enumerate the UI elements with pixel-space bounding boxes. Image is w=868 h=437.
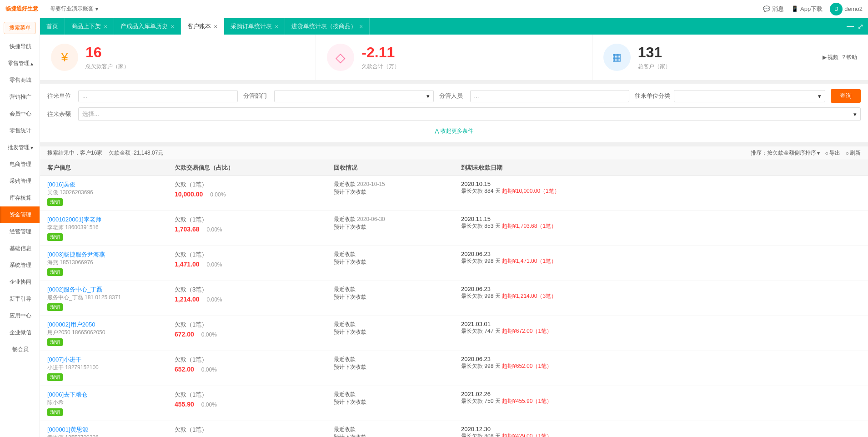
overdue-link[interactable]: 超期¥455.90（1笔） (502, 398, 552, 404)
sort-label[interactable]: 排序：按欠款金额倒序排序 ▾ (751, 149, 820, 157)
overdue-days: 最长欠款 808 天 超期¥429.00（1笔） (461, 432, 861, 437)
search-button[interactable]: 查询 (831, 89, 861, 103)
stat-label-debt-amount: 欠款合计（万） (361, 63, 400, 70)
table-row: [000001]黄思源 黄思源 13552700226 现销 欠款（1笔） 42… (40, 421, 868, 437)
customer-tag: 现销 (47, 303, 63, 311)
collapse-btn[interactable]: ⋀ 收起更多条件 (47, 126, 861, 137)
overdue-date: 2020.06.23 (461, 286, 861, 292)
tab-product-shelf[interactable]: 商品上下架 ✕ (65, 18, 114, 35)
app-icon: 📱 (791, 5, 798, 12)
help-btn[interactable]: ? 帮助 (842, 54, 857, 61)
sidebar-item-operations[interactable]: 经营管理 (0, 223, 40, 240)
sidebar-item-member[interactable]: 会员中心 (0, 105, 40, 122)
customer-name[interactable]: [000002]用户2050 (47, 321, 175, 329)
tab-purchase-order[interactable]: 采购订单统计表 ✕ (224, 18, 285, 35)
filter-row-2: 往来余额 选择... ▾ (47, 107, 861, 121)
tab-import-stats[interactable]: 进货单统计表（按商品） ✕ (285, 18, 370, 35)
sidebar-item-quick-nav[interactable]: 快捷导航 (0, 38, 40, 55)
recovery-cell: 最近收款 预计下次收款 (334, 356, 461, 371)
message-icon: 💬 (763, 5, 770, 12)
overdue-link[interactable]: 超期¥652.00（1笔） (502, 363, 552, 369)
tab-close-import-stats[interactable]: ✕ (359, 24, 363, 29)
sidebar-item-retail-stats[interactable]: 零售统计 (0, 122, 40, 139)
overdue-date: 2020.10.15 (461, 181, 861, 187)
customer-phone: 海燕 18513066976 (47, 259, 175, 266)
debt-cell: 欠款（3笔） 1,214.00 0.00% (175, 286, 334, 303)
sidebar-item-app-center[interactable]: 应用中心 (0, 307, 40, 324)
tab-product-history[interactable]: 产成品入库单历史 ✕ (114, 18, 181, 35)
content-area: ¥ 16 总欠款客户（家） ◇ -2.11 欠款合计（万） (40, 35, 868, 437)
col-header-recovery: 回收情况 (334, 164, 461, 172)
sidebar-item-purchase[interactable]: 采购管理 (0, 173, 40, 190)
overdue-date: 2021.02.26 (461, 391, 861, 397)
customer-name[interactable]: [0006]去下粮仓 (47, 391, 175, 399)
tab-close-purchase-order[interactable]: ✕ (275, 24, 278, 29)
debt-cell: 欠款（1笔） 672.00 0.00% (175, 321, 334, 338)
from-unit-input[interactable]: ... (78, 90, 238, 102)
customer-name[interactable]: [0002]服务中心_丁磊 (47, 286, 175, 294)
user-avatar[interactable]: D demo2 (830, 3, 863, 15)
sidebar-item-base-info[interactable]: 基础信息 (0, 240, 40, 257)
stat-icon-debt: ¥ (51, 44, 78, 71)
sidebar-item-marketing[interactable]: 营销推广 (0, 89, 40, 105)
filter-label-from-unit: 往来单位 (47, 92, 75, 100)
video-btn[interactable]: ▶ 视频 (823, 54, 838, 61)
tab-home[interactable]: 首页 (40, 18, 65, 35)
sidebar-item-retail-mall[interactable]: 零售商城 (0, 72, 40, 89)
sidebar-item-member-vip[interactable]: 畅会员 (0, 341, 40, 358)
sidebar-item-batch-mgmt[interactable]: 批发管理 ▾ (0, 139, 40, 156)
tab-close-product-shelf[interactable]: ✕ (104, 24, 107, 29)
overdue-link[interactable]: 超期¥429.00（1笔） (502, 433, 552, 437)
stats-row: ¥ 16 总欠款客户（家） ◇ -2.11 欠款合计（万） (40, 35, 868, 80)
recovery-cell: 最近收款 预计下次收款 (334, 321, 461, 336)
customer-name[interactable]: [000001]黄思源 (47, 426, 175, 434)
tab-collapse-icon[interactable]: — (847, 22, 854, 30)
customer-phone: 李老师 18600391516 (47, 224, 175, 231)
refresh-btn[interactable]: ○ 刷新 (846, 149, 861, 157)
balance-select[interactable]: 选择... ▾ (78, 107, 861, 121)
tab-customer-account[interactable]: 客户账本 ✕ (181, 18, 224, 35)
tab-close-customer-account[interactable]: ✕ (214, 24, 217, 29)
sidebar-item-enterprise-wechat[interactable]: 企业微信 (0, 324, 40, 341)
tab-right-actions: — ⤢ (847, 22, 868, 31)
overdue-link[interactable]: 超期¥672.00（1笔） (502, 328, 552, 334)
customer-name[interactable]: [0007]小进干 (47, 356, 175, 364)
overdue-link[interactable]: 超期¥10,000.00（1笔） (502, 188, 560, 194)
customer-name[interactable]: [0001020001]李老师 (47, 216, 175, 224)
sidebar-item-inventory[interactable]: 库存核算 (0, 190, 40, 206)
export-btn[interactable]: ○ 导出 (825, 149, 840, 157)
sidebar-item-ecommerce[interactable]: 电商管理 (0, 156, 40, 173)
debt-count: 欠款（1笔） (175, 216, 334, 224)
debt-count: 欠款（1笔） (175, 181, 334, 189)
tab-expand-icon[interactable]: ⤢ (858, 22, 863, 31)
customer-name[interactable]: [0016]吴俊 (47, 181, 175, 189)
table-row: [0002]服务中心_丁磊 服务中心_丁磊 181 0125 8371 现销 欠… (40, 281, 868, 316)
filter-item-department: 分管部门 ▾ (243, 90, 434, 102)
overdue-link[interactable]: 超期¥1,703.68（1笔） (502, 223, 557, 229)
company-selector[interactable]: 母婴行业演示账套 ▾ (50, 5, 98, 13)
sidebar-item-retail-mgmt[interactable]: 零售管理 ▴ (0, 55, 40, 72)
overdue-cell: 2020.06.23 最长欠款 998 天 超期¥652.00（1笔） (461, 356, 861, 370)
app-download-btn[interactable]: 📱 App下载 (791, 5, 823, 13)
table-row: [0007]小进干 小进干 18279152100 现销 欠款（1笔） 652.… (40, 351, 868, 386)
sidebar: 搜索菜单 快捷导航 零售管理 ▴ 零售商城 营销推广 会员中心 零售统计 批发管… (0, 18, 40, 437)
search-menu-btn[interactable]: 搜索菜单 (4, 22, 36, 34)
sidebar-item-system[interactable]: 系统管理 (0, 257, 40, 274)
sidebar-item-enterprise[interactable]: 企业协同 (0, 274, 40, 291)
unit-category-select[interactable]: ▾ (674, 90, 825, 102)
customer-name[interactable]: [0003]畅捷服务尹海燕 (47, 251, 175, 259)
tab-close-product-history[interactable]: ✕ (171, 24, 174, 29)
filter-area: 往来单位 ... 分管部门 ▾ (40, 84, 868, 142)
overdue-link[interactable]: 超期¥1,471.00（1笔） (502, 258, 557, 264)
overdue-date: 2020.11.15 (461, 216, 861, 222)
manager-input[interactable]: ... (470, 90, 630, 102)
sidebar-item-finance[interactable]: 资金管理 (0, 206, 40, 223)
sidebar-item-newbie[interactable]: 新手引导 (0, 291, 40, 307)
overdue-link[interactable]: 超期¥1,214.00（3笔） (502, 293, 557, 299)
table-body: [0016]吴俊 吴俊 13026203696 现销 欠款（1笔） 10,000… (40, 176, 868, 437)
message-btn[interactable]: 💬 消息 (763, 5, 784, 13)
logo-text: 畅捷通好生意 (5, 5, 38, 13)
chevron-icon: ▾ (30, 145, 33, 151)
table-row: [0003]畅捷服务尹海燕 海燕 18513066976 现销 欠款（1笔） 1… (40, 246, 868, 281)
department-select[interactable]: ▾ (274, 90, 434, 102)
